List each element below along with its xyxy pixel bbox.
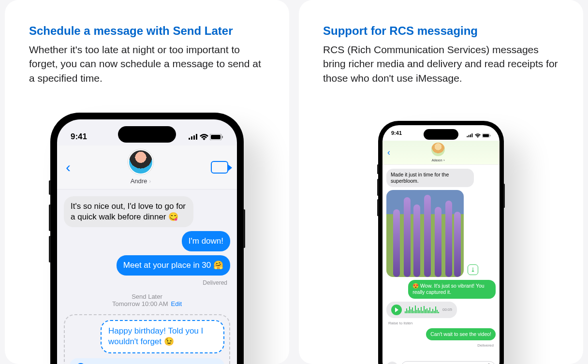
contact-name-label[interactable]: Andre › [131, 177, 151, 185]
conversation-header: ‹ Andre › [57, 146, 237, 189]
svg-rect-2 [193, 135, 195, 140]
play-icon[interactable] [391, 305, 402, 315]
battery-icon [210, 134, 223, 140]
svg-rect-5 [211, 135, 220, 139]
incoming-message[interactable]: Made it just in time for the superbloom. [386, 169, 474, 187]
svg-rect-12 [483, 134, 489, 137]
chip-close-button[interactable]: × [212, 362, 218, 364]
svg-rect-0 [189, 138, 190, 140]
outgoing-message[interactable]: Meet at your place in 30 🤗 [117, 255, 230, 276]
contact-name-label[interactable]: Aileen › [431, 158, 444, 162]
attachments-button[interactable]: + [386, 362, 398, 364]
rcs-card: Support for RCS messaging RCS (Rich Comm… [299, 0, 583, 364]
outgoing-message[interactable]: Can't wait to see the video! [426, 328, 496, 340]
delivered-status: Delivered [477, 343, 494, 348]
message-input[interactable]: Text Message • RCS [401, 361, 496, 364]
conversation-header: ‹ Aileen › [382, 141, 500, 165]
voice-message[interactable]: 00:05 [386, 302, 457, 318]
cellular-icon [467, 133, 473, 137]
svg-rect-1 [191, 136, 192, 140]
card-title[interactable]: Schedule a message with Send Later [29, 24, 265, 38]
incoming-message[interactable]: It's so nice out, I'd love to go for a q… [64, 196, 193, 227]
svg-rect-9 [470, 134, 471, 137]
contact-avatar[interactable] [128, 149, 153, 175]
scheduled-message[interactable]: Happy birthday! Told you I wouldn't forg… [101, 320, 224, 353]
phone-mockup-small: 9:41 ‹ Aileen › Made it just in time for… [378, 121, 504, 364]
back-button[interactable]: ‹ [66, 159, 71, 175]
save-photo-button[interactable]: ⤓ [468, 264, 478, 275]
delivered-status: Delivered [200, 279, 230, 286]
cellular-icon [189, 134, 198, 140]
conversation-thread: Made it just in time for the superbloom.… [382, 165, 500, 351]
send-later-edit[interactable]: Edit [171, 300, 182, 307]
contact-avatar[interactable] [431, 143, 445, 156]
outgoing-message[interactable]: I'm down! [182, 231, 230, 251]
schedule-time-chip[interactable]: Tomorrow at 10:00 AM › × [70, 358, 224, 364]
send-later-header: Send Later Tomorrow 10:00 AMEdit [64, 293, 230, 307]
raise-to-listen-label: Raise to listen [388, 321, 412, 325]
status-time: 9:41 [71, 132, 87, 142]
card-title[interactable]: Support for RCS messaging [323, 24, 559, 38]
back-button[interactable]: ‹ [387, 147, 390, 158]
compose-row: + Text Message • RCS [386, 361, 496, 364]
card-body: RCS (Rich Communication Services) messag… [323, 43, 559, 85]
svg-rect-13 [490, 134, 490, 136]
voice-duration: 00:05 [442, 307, 452, 312]
svg-rect-10 [471, 133, 472, 137]
waveform-icon [405, 306, 440, 314]
wifi-icon [475, 133, 481, 138]
scheduled-area: Happy birthday! Told you I wouldn't forg… [64, 314, 230, 364]
battery-icon [482, 133, 491, 138]
svg-rect-7 [467, 136, 468, 137]
outgoing-message[interactable]: 😍 Wow. It's just so vibrant! You really … [408, 280, 496, 298]
svg-rect-3 [196, 134, 197, 140]
card-body: Whether it's too late at night or too im… [29, 43, 265, 85]
phone-mockup-large: 9:41 ‹ Andre › It's so nice out, I'd lov… [50, 113, 244, 364]
dynamic-island [118, 126, 176, 143]
status-time: 9:41 [391, 130, 402, 141]
incoming-photo[interactable] [386, 190, 464, 277]
svg-rect-8 [469, 135, 470, 137]
dynamic-island [424, 129, 458, 140]
svg-rect-6 [222, 136, 223, 138]
send-later-card: Schedule a message with Send Later Wheth… [5, 0, 289, 364]
conversation-thread: It's so nice out, I'd love to go for a q… [57, 189, 237, 364]
facetime-video-button[interactable] [211, 161, 228, 174]
wifi-icon [200, 134, 208, 140]
